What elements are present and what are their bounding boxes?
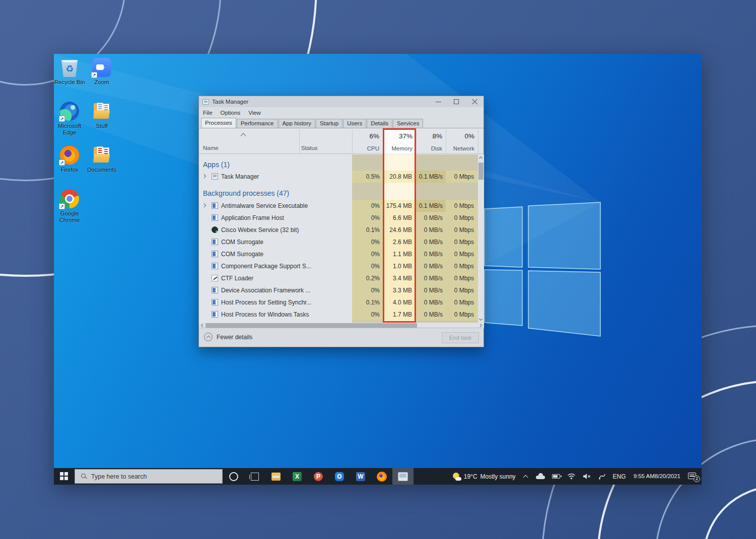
volume-muted-icon (583, 473, 591, 480)
desktop-icon-google-chrome[interactable]: ↗ Google Chrome (54, 189, 85, 223)
taskbar-powerpoint-button[interactable]: P (308, 468, 329, 485)
desktop-icon-microsoft-edge[interactable]: ↗ Microsoft Edge (54, 102, 85, 136)
memory-value: 3.4 MB (383, 272, 416, 284)
taskbar-excel-button[interactable]: X (287, 468, 308, 485)
process-row[interactable]: Component Package Support S... 0% 1.0 MB… (199, 260, 478, 272)
desktop-icon-zoom[interactable]: ↗ Zoom (86, 58, 117, 86)
cpu-value: 0.2% (352, 272, 383, 284)
desktop-icon-documents[interactable]: Documents (86, 145, 117, 173)
column-header-network[interactable]: 0% Network (446, 128, 478, 154)
network-value: 0 Mbps (446, 171, 478, 183)
taskbar-cortana-button[interactable] (223, 468, 244, 485)
tab-processes[interactable]: Processes (201, 118, 236, 128)
column-header-cpu[interactable]: 6% CPU (352, 128, 383, 154)
date-label: 8/20/2021 (655, 473, 680, 480)
start-button[interactable] (54, 468, 74, 485)
process-row[interactable]: Application Frame Host 0% 6.6 MB 0 MB/s … (199, 212, 478, 224)
desktop-icon-recycle-bin[interactable]: ♻ Recycle Bin (54, 58, 85, 86)
weather-icon (452, 472, 461, 481)
tab-services[interactable]: Services (393, 119, 423, 128)
process-group-header[interactable]: Apps (1) (199, 159, 478, 171)
process-row[interactable]: COM Surrogate 0% 1.1 MB 0 MB/s 0 Mbps (199, 248, 478, 260)
desktop-icon-label: Zoom (86, 79, 117, 86)
search-placeholder: Type here to search (91, 473, 147, 480)
menu-view[interactable]: View (244, 110, 265, 116)
taskbar-firefox-button[interactable] (371, 468, 392, 485)
process-row[interactable]: CTF Loader 0.2% 3.4 MB 0 MB/s 0 Mbps (199, 272, 478, 284)
vertical-scrollbar[interactable] (478, 155, 484, 323)
taskbar: Type here to search X P O W 19°C Mostly … (54, 468, 702, 485)
process-row[interactable]: Host Process for Setting Synchr... 0.1% … (199, 296, 478, 309)
expand-chevron-icon[interactable] (202, 175, 206, 178)
network-value: 0 Mbps (446, 296, 478, 309)
scroll-down-icon[interactable] (478, 316, 484, 323)
taskbar-word-button[interactable]: W (350, 468, 371, 485)
menu-bar: FileOptionsView (199, 107, 484, 118)
cortana-icon (228, 471, 239, 482)
process-row[interactable]: Host Process for Windows Tasks 0% 1.7 MB… (199, 309, 478, 321)
cpu-value: 0% (352, 284, 383, 296)
clock[interactable]: 9:55 AM 8/20/2021 (630, 468, 684, 485)
network-value: 0 Mbps (446, 284, 478, 296)
network-value: 0 Mbps (446, 236, 478, 248)
tab-startup[interactable]: Startup (316, 119, 342, 128)
taskbar-outlook-button[interactable]: O (329, 468, 350, 485)
expand-chevron-icon[interactable] (202, 204, 206, 207)
desktop-icon-firefox[interactable]: ↗ Firefox (54, 145, 85, 173)
tray-overflow-button[interactable] (519, 468, 532, 485)
volume-tray-item[interactable] (579, 468, 595, 485)
desktop-icon-stuff[interactable]: Stuff (86, 102, 117, 129)
process-row[interactable]: Device Association Framework ... 0% 3.3 … (199, 284, 478, 296)
windows-ink-tray-item[interactable] (595, 468, 609, 485)
vertical-scrollbar-thumb[interactable] (478, 163, 484, 180)
memory-value: 1.1 MB (383, 248, 416, 260)
window-title: Task Manager (212, 99, 248, 105)
network-value: 0 Mbps (446, 260, 478, 272)
column-header-memory[interactable]: 37% Memory (383, 128, 416, 154)
desktop-icon-label: Microsoft Edge (54, 123, 85, 136)
taskbar-file-explorer-button[interactable] (265, 468, 287, 485)
minimize-button[interactable] (430, 96, 447, 107)
process-row[interactable]: Task Manager 0.5% 20.8 MB 0.1 MB/s 0 Mbp… (199, 171, 478, 183)
sort-ascending-icon (241, 132, 246, 137)
maximize-button[interactable] (448, 96, 465, 107)
taskbar-task-view-button[interactable] (244, 468, 265, 485)
disk-value: 0.1 MB/s (416, 171, 446, 183)
memory-value: 2.6 MB (383, 236, 416, 248)
firefox-icon: ↗ (60, 145, 79, 165)
tab-performance[interactable]: Performance (237, 119, 278, 128)
process-row[interactable]: COM Surrogate 0% 2.6 MB 0 MB/s 0 Mbps (199, 236, 478, 248)
onedrive-tray-item[interactable] (532, 468, 548, 485)
desktop-icon-label: Firefox (54, 167, 85, 173)
process-group-header[interactable]: Background processes (47) (199, 187, 478, 200)
title-bar[interactable]: Task Manager (199, 96, 484, 107)
process-row[interactable]: Antimalware Service Executable 0% 175.4 … (199, 200, 478, 212)
action-center-button[interactable]: 2 (684, 468, 702, 485)
tab-app-history[interactable]: App history (279, 119, 316, 128)
network-value: 0 Mbps (446, 224, 478, 236)
desktop-icon-label: Google Chrome (54, 210, 85, 223)
process-icon-window (212, 299, 218, 305)
close-button[interactable] (466, 96, 484, 107)
language-indicator[interactable]: ENG (609, 468, 630, 485)
column-header-name[interactable]: Name (203, 145, 219, 151)
taskbar-search-input[interactable]: Type here to search (75, 469, 223, 484)
tab-details[interactable]: Details (367, 119, 392, 128)
column-header-disk[interactable]: 8% Disk (416, 128, 446, 154)
end-task-button[interactable]: End task (442, 332, 479, 343)
battery-tray-item[interactable] (548, 468, 564, 485)
network-tray-item[interactable] (564, 468, 579, 485)
desktop-icon-label: Recycle Bin (54, 79, 85, 86)
network-value: 0 Mbps (446, 272, 478, 284)
taskbar-task-manager-button[interactable] (392, 468, 414, 485)
scroll-up-icon[interactable] (478, 155, 484, 162)
weather-widget[interactable]: 19°C Mostly sunny (449, 468, 519, 485)
column-header-status[interactable]: Status (301, 145, 318, 151)
tab-users[interactable]: Users (343, 119, 366, 128)
shortcut-arrow-icon: ↗ (59, 116, 65, 122)
process-row[interactable]: Cisco Webex Service (32 bit) 0.1% 24.6 M… (199, 224, 478, 236)
menu-file[interactable]: File (199, 110, 217, 116)
menu-options[interactable]: Options (217, 110, 245, 116)
outlook-icon: O (334, 471, 345, 482)
fewer-details-toggle[interactable]: Fewer details (204, 333, 252, 341)
